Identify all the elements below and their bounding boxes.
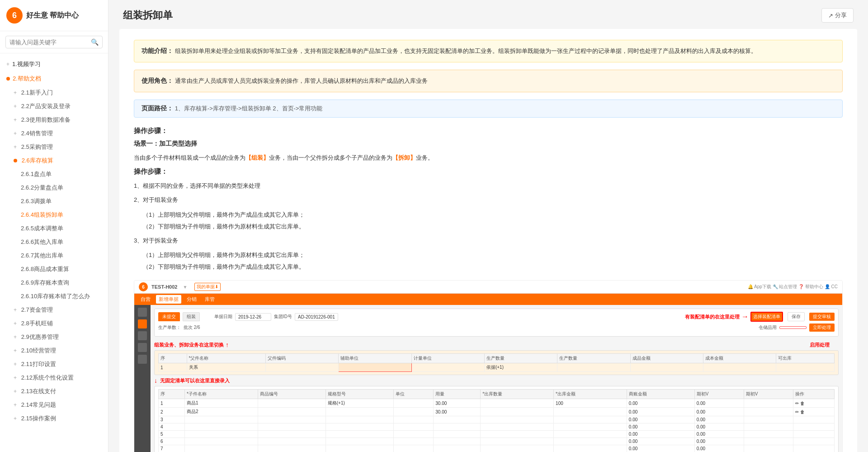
sidebar-item-sales[interactable]: + 2.4销售管理 xyxy=(0,127,108,140)
sidebar-leaf-assembly[interactable]: 2.6.4组装拆卸单 xyxy=(0,208,108,222)
page-title: 组装拆卸单 xyxy=(123,9,173,22)
content-area: 功能介绍： 组装拆卸单用来处理企业组装或拆卸等加工业务，支持有固定装配清单的产品… xyxy=(119,29,857,452)
sim-date-input[interactable]: 2019-12-26 xyxy=(235,313,271,321)
sim-count-label: 生产单数： xyxy=(158,324,181,331)
sidebar-leaf-costrecalc[interactable]: 2.6.8商品成本重算 xyxy=(0,262,108,276)
td-seq: 1 xyxy=(159,363,187,372)
sim-screenshot: 6 TEST-H002 ▼ 我的单据⬇ 🔔 App下载 🔧 站点管理 ❓ 帮助中… xyxy=(134,281,842,452)
sim-th-parentunit: 父件编码 xyxy=(265,354,338,363)
sidebar-item-inventory[interactable]: 2.6库存核算 xyxy=(0,154,108,167)
sim-sidebar xyxy=(134,305,151,452)
sidebar-leaf-transfer[interactable]: 2.6.3调拨单 xyxy=(0,195,108,208)
ops-steps-label: 操作步骤： xyxy=(134,167,843,176)
sim-date-label: 单据日期 xyxy=(214,314,232,320)
sim-child-thead-row: 序 *子件名称 商品编号 规格型号 单位 用量 *出库数量 *出库金额 商账金额 xyxy=(159,390,835,399)
screenshot-container: 6 TEST-H002 ▼ 我的单据⬇ 🔔 App下载 🔧 站点管理 ❓ 帮助中… xyxy=(134,280,843,452)
sim-th-bizamt: 商账金额 xyxy=(627,390,694,399)
sim-count-value: 批次 2/6 xyxy=(184,324,200,331)
intro-label: 功能介绍： xyxy=(142,47,173,54)
annotation1-text: 有装配清单的在这里处理 xyxy=(685,314,740,320)
sidebar-leaf-stockcount[interactable]: 2.6.1盘点单 xyxy=(0,167,108,181)
sidebar-item-coupon[interactable]: + 2.9优惠券管理 xyxy=(0,330,108,344)
sidebar-leaf-partialcount[interactable]: 2.6.2分量盘点单 xyxy=(0,181,108,195)
sidebar-item-settings[interactable]: + 2.12系统个性化设置 xyxy=(0,371,108,385)
logo-text: 好生意 帮助中心 xyxy=(26,11,79,20)
sim-th-qty: 辅助单位 xyxy=(339,354,411,363)
sim-th-parentname: 序 xyxy=(159,354,187,363)
sidebar-item-cases[interactable]: + 2.15操作案例 xyxy=(0,412,108,425)
sidebar-item-payment[interactable]: + 2.13在线支付 xyxy=(0,385,108,398)
sim-select-bom-btn[interactable]: 选择装配清单 xyxy=(750,312,783,322)
sim-submit-btn[interactable]: 提交审核 xyxy=(809,313,835,321)
sidebar-item-mgmt[interactable]: + 2.10经营管理 xyxy=(0,344,108,357)
sim-parent-thead-row: 序 *父件名称 父件编码 辅助单位 计量单位 生产数量 生产数量 成品金额 成本 xyxy=(159,354,835,363)
sim-nav-home[interactable]: 自营 xyxy=(138,295,153,304)
sidebar-item-dataprep[interactable]: + 2.3使用前数据准备 xyxy=(0,113,108,127)
sim-save-btn[interactable]: 保存 xyxy=(788,312,805,321)
sim-th-unit: 单位 xyxy=(393,390,434,399)
td-pname: 关系 xyxy=(187,363,265,372)
search-box[interactable]: 🔍 xyxy=(5,36,103,48)
sidebar-item-videos[interactable]: + 1.视频学习 xyxy=(0,57,108,71)
sim-form-header: 未提交 组装 单据日期 2019-12-26 集团ID号 AD-20191226… xyxy=(154,309,839,337)
sidebar-leaf-costadjust[interactable]: 2.6.5成本调整单 xyxy=(0,222,108,235)
sidebar-item-print[interactable]: + 2.11打印设置 xyxy=(0,357,108,371)
sim-th-outamt: *出库金额 xyxy=(554,390,627,399)
sim-th-usage: 用量 xyxy=(434,390,481,399)
highlight-assembly: 【组装】 xyxy=(245,154,269,161)
sim-th-spec: 规格型号 xyxy=(326,390,393,399)
sim-confirm-btn[interactable]: 立即处理 xyxy=(809,324,835,332)
sidebar-leaf-otheroutbound[interactable]: 2.6.7其他出库单 xyxy=(0,249,108,262)
sim-nav-wh[interactable]: 库管 xyxy=(202,295,217,304)
sidebar-item-faq[interactable]: + 2.14常见问题 xyxy=(0,398,108,412)
sim-th-cost: 生产数量 xyxy=(557,354,630,363)
td-qunit xyxy=(411,363,484,372)
sim-nav-distribution[interactable]: 分销 xyxy=(184,295,199,304)
td-pcode xyxy=(265,363,338,372)
sim-topbar: 6 TEST-H002 ▼ 我的单据⬇ 🔔 App下载 🔧 站点管理 ❓ 帮助中… xyxy=(134,281,842,294)
table-row: 3 0.00 0.00 xyxy=(159,416,835,423)
step3-sub1: （1）上部明细为父件明细，最终作为原材料生成其它出库单； xyxy=(143,249,843,261)
sim-tab-uncommitted[interactable]: 未提交 xyxy=(158,312,180,321)
scene1-desc: 当由多个子件材料组装成一个成品的业务为【组装】业务，当由一个父件拆分成多个子产品… xyxy=(134,152,843,163)
sim-logo: 6 xyxy=(139,282,148,291)
sim-add-doc-btn[interactable]: 我的单据⬇ xyxy=(194,283,221,291)
table-row: 7 0.00 0.00 xyxy=(159,445,835,452)
nav-tree: + 1.视频学习 2.帮助文档 + 2.1新手入门 + 2.2产品安装及登录 +… xyxy=(0,53,108,452)
sim-sidebar-icon2[interactable] xyxy=(138,319,147,328)
sidebar-item-helpdocs[interactable]: 2.帮助文档 xyxy=(0,71,108,86)
step3-sub2: （2）下部明细为子件明细，最终作为产成品生成其它入库单。 xyxy=(143,261,843,273)
table-row: 2 商品2 30.00 0.00 xyxy=(159,408,835,416)
sidebar-item-finance[interactable]: + 2.7资金管理 xyxy=(0,303,108,317)
share-button[interactable]: ↗ 分享 xyxy=(821,8,854,23)
sidebar-item-purchase[interactable]: + 2.5采购管理 xyxy=(0,140,108,154)
sidebar-item-mobile[interactable]: + 2.8手机旺铺 xyxy=(0,317,108,330)
search-icon[interactable]: 🔍 xyxy=(91,38,99,46)
sim-tab-assembly[interactable]: 组装 xyxy=(183,312,200,321)
sim-sidebar-icon1 xyxy=(138,308,147,317)
role-text: 通常由生产人员或库管人员完成拆装业务的操作，库管人员确认原材料的出库和产成品的入… xyxy=(175,77,428,84)
sim-th-amount: 生产数量 xyxy=(484,354,557,363)
sidebar-leaf-ledgerquery[interactable]: 2.6.9库存账本查询 xyxy=(0,276,108,290)
plus-icon: + xyxy=(6,61,9,67)
ops-label: 操作步骤： xyxy=(134,127,843,135)
sim-nav-newdoc[interactable]: 新增单据 xyxy=(156,295,181,304)
annotation-row4: ↓ 无固定清单可以在这里直接录入 xyxy=(154,377,839,384)
sidebar-item-install[interactable]: + 2.2产品安装及登录 xyxy=(0,100,108,113)
step1-text: 1、根据不同的业务，选择不同单据的类型来处理 xyxy=(134,181,843,191)
sidebar-leaf-otherinbound[interactable]: 2.6.6其他入库单 xyxy=(0,235,108,249)
sim-storehouse-label: 仓储品用 xyxy=(759,324,777,331)
sim-id-input[interactable]: AD-20191226-001 xyxy=(295,313,338,321)
table-row: 4 0.00 0.00 xyxy=(159,423,835,431)
td-punit[interactable] xyxy=(339,363,411,372)
sidebar-item-newuser[interactable]: + 2.1新手入门 xyxy=(0,86,108,100)
sim-storehouse-input[interactable] xyxy=(779,326,807,329)
arrow-right-icon: → xyxy=(741,313,749,321)
sidebar-leaf-ledgererror[interactable]: 2.6.10库存账本错了怎么办 xyxy=(0,290,108,303)
intro-text: 组装拆卸单用来处理企业组装或拆卸等加工业务，支持有固定装配清单的产品加工业务，也… xyxy=(175,48,757,54)
path-text: 1、库存核算->库存管理->组装拆卸单 2、首页->常用功能 xyxy=(175,105,323,112)
sim-child-table: 序 *子件名称 商品编号 规格型号 单位 用量 *出库数量 *出库金额 商账金额 xyxy=(158,389,835,452)
search-input[interactable] xyxy=(9,39,91,46)
sim-parent-table: 序 *父件名称 父件编码 辅助单位 计量单位 生产数量 生产数量 成品金额 成本 xyxy=(158,353,835,372)
annotation4-text: 无固定清单可以在这里直接录入 xyxy=(160,377,230,384)
